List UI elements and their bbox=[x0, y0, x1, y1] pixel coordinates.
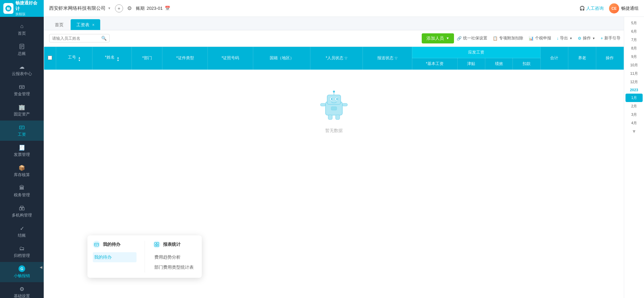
month-nov[interactable]: 11月 bbox=[624, 69, 644, 78]
sidebar-item-settle[interactable]: ✓ 结账 bbox=[0, 222, 44, 242]
sidebar-item-ledger[interactable]: 总账 bbox=[0, 40, 44, 60]
empty-state: 暂无数据 bbox=[44, 70, 624, 154]
logo-subtitle: 旗舰版 bbox=[15, 12, 40, 16]
basic-icon: ⚙ bbox=[18, 286, 25, 292]
tax-icon: 🏛 bbox=[18, 185, 25, 191]
logo-icon: 畅 bbox=[3, 3, 13, 14]
month-mar[interactable]: 3月 bbox=[624, 110, 644, 119]
month-aug[interactable]: 8月 bbox=[624, 44, 644, 53]
sort-name[interactable]: ▲▼ bbox=[117, 57, 119, 62]
month-oct[interactable]: 10月 bbox=[624, 61, 644, 69]
ledger-icon bbox=[18, 43, 25, 50]
username: 畅捷通组 bbox=[621, 5, 639, 11]
sidebar-item-archive[interactable]: 🗂 归档管理 bbox=[0, 242, 44, 262]
user-menu[interactable]: CE 畅捷通组 bbox=[609, 3, 639, 13]
archive-icon: 🗂 bbox=[18, 245, 25, 252]
sidebar-item-home[interactable]: ⌂ 首页 bbox=[0, 20, 44, 40]
company-dropdown-arrow: ▼ bbox=[108, 6, 111, 10]
sidebar-item-inventory[interactable]: 📦 库存核算 bbox=[0, 161, 44, 181]
report-filter-icon[interactable]: ▽ bbox=[395, 56, 397, 60]
popup-section2-title: 报表统计 bbox=[163, 241, 181, 247]
th-name: *姓名 ▲▼ bbox=[92, 47, 132, 70]
logo-title: 畅捷通好会计 bbox=[15, 0, 40, 12]
popup-section1-icon bbox=[93, 241, 100, 248]
operations-action[interactable]: ⚙ 操作 ▼ bbox=[578, 35, 595, 41]
xiaochang-arrow: ◀ bbox=[40, 265, 42, 269]
empty-row: 暂无数据 bbox=[44, 70, 624, 154]
th-dept: *部门 bbox=[132, 47, 162, 70]
sidebar-item-invoice[interactable]: 🧾 发票管理 bbox=[0, 141, 44, 161]
scroll-down-button[interactable]: ▼ bbox=[632, 127, 637, 135]
export-action[interactable]: ↓ 导出 ▼ bbox=[557, 35, 572, 41]
xiaochang-icon: G bbox=[18, 265, 25, 272]
month-apr[interactable]: 4月 bbox=[624, 119, 644, 127]
search-input[interactable] bbox=[52, 36, 99, 41]
svg-rect-35 bbox=[157, 245, 159, 246]
salary-icon bbox=[18, 124, 25, 131]
newguide-action[interactable]: + 新手引导 bbox=[601, 35, 620, 41]
headset-icon: 🎧 bbox=[579, 6, 585, 11]
fixed-icon: 🏢 bbox=[18, 104, 25, 110]
add-person-button[interactable]: 添加人员 ▼ bbox=[422, 33, 454, 43]
period-label: 账期 bbox=[136, 5, 145, 11]
status-filter-icon[interactable]: ▽ bbox=[345, 56, 347, 60]
sidebar-item-fixed[interactable]: 🏢 固定资产 bbox=[0, 100, 44, 121]
deduction-action[interactable]: 📋 专项附加扣除 bbox=[493, 35, 523, 41]
popup-menu-dept-cost[interactable]: 部门费用类型统计表 bbox=[153, 262, 197, 272]
search-icon[interactable]: 🔍 bbox=[101, 36, 107, 41]
th-pension: 养老 bbox=[568, 47, 596, 70]
popup-menu-my-todo[interactable]: 我的待办 bbox=[93, 252, 137, 262]
sidebar-item-basic[interactable]: ⚙ 基础设置 bbox=[0, 282, 44, 298]
sidebar-item-salary[interactable]: 工资 bbox=[0, 121, 44, 141]
tab-home[interactable]: 首页 bbox=[49, 19, 69, 30]
th-number: 工号 ▲▼ bbox=[56, 47, 92, 70]
svg-rect-28 bbox=[331, 107, 337, 110]
sidebar-item-tax[interactable]: 🏛 税务管理 bbox=[0, 181, 44, 201]
popup-menu-cost-trend[interactable]: 费用趋势分析 bbox=[153, 252, 197, 262]
sidebar-item-fund[interactable]: 资金管理 bbox=[0, 80, 44, 100]
popup-section2-header: 报表统计 bbox=[153, 241, 197, 248]
sidebar-label-basic: 基础设置 bbox=[14, 293, 30, 298]
sidebar-item-xiaochang[interactable]: G 小畅报销 ◀ bbox=[0, 262, 44, 282]
sidebar-label-xiaochang: 小畅报销 bbox=[14, 273, 30, 279]
month-jul[interactable]: 7月 bbox=[624, 36, 644, 44]
month-jan-current[interactable]: 1月 bbox=[626, 94, 643, 102]
social-label: 统一社保设置 bbox=[463, 35, 487, 41]
svg-rect-34 bbox=[155, 245, 156, 246]
export-label: 导出 bbox=[560, 35, 568, 41]
month-feb[interactable]: 2月 bbox=[624, 102, 644, 110]
sidebar-label-salary: 工资 bbox=[18, 132, 26, 137]
svg-rect-6 bbox=[20, 86, 24, 89]
tax-report-action[interactable]: 📊 个税申报 bbox=[529, 35, 551, 41]
svg-point-23 bbox=[333, 91, 335, 93]
sidebar-label-fixed: 固定资产 bbox=[14, 111, 30, 117]
sidebar-item-cloud[interactable]: ☁ 云报表中心 bbox=[0, 60, 44, 80]
calendar-icon[interactable]: 📅 bbox=[165, 6, 170, 11]
settings-icon[interactable]: ⚙ bbox=[127, 5, 132, 11]
th-status: *人员状态 ▽ bbox=[310, 47, 363, 70]
month-jun[interactable]: 6月 bbox=[624, 27, 644, 36]
deduction-icon: 📋 bbox=[493, 36, 498, 41]
sidebar-label-tax: 税务管理 bbox=[14, 192, 30, 198]
sidebar-item-multi[interactable]: 多机构管理 bbox=[0, 201, 44, 222]
service-button[interactable]: 🎧 人工咨询 bbox=[579, 5, 604, 11]
tab-salary[interactable]: 工资表 × bbox=[71, 19, 100, 30]
select-all-checkbox[interactable] bbox=[48, 56, 52, 60]
month-may[interactable]: 5月 bbox=[624, 19, 644, 27]
month-dec[interactable]: 12月 bbox=[624, 78, 644, 86]
social-insurance-action[interactable]: 🔗 统一社保设置 bbox=[457, 35, 487, 41]
th-group-salary: 应发工资 bbox=[412, 47, 540, 58]
cloud-icon: ☁ bbox=[18, 63, 25, 70]
year-2023-label: 2023 bbox=[624, 86, 644, 94]
ops-icon: ⚙ bbox=[578, 36, 581, 41]
tab-salary-close[interactable]: × bbox=[92, 23, 94, 27]
topbar-right: 🎧 人工咨询 CE 畅捷通组 bbox=[579, 3, 639, 13]
service-label: 人工咨询 bbox=[586, 5, 604, 11]
company-selector[interactable]: 西安虾米网络科技有限公司 ▼ bbox=[49, 5, 111, 11]
th-checkbox[interactable] bbox=[44, 47, 56, 70]
popup-column-2: 报表统计 费用趋势分析 部门费用类型统计表 bbox=[153, 241, 197, 272]
toolbar: 🔍 添加人员 ▼ 🔗 统一社保设置 📋 专项附加扣除 📊 个税申报 bbox=[44, 30, 644, 46]
sort-number[interactable]: ▲▼ bbox=[78, 57, 81, 62]
month-sep[interactable]: 9月 bbox=[624, 53, 644, 61]
add-company-button[interactable]: + bbox=[115, 4, 123, 12]
